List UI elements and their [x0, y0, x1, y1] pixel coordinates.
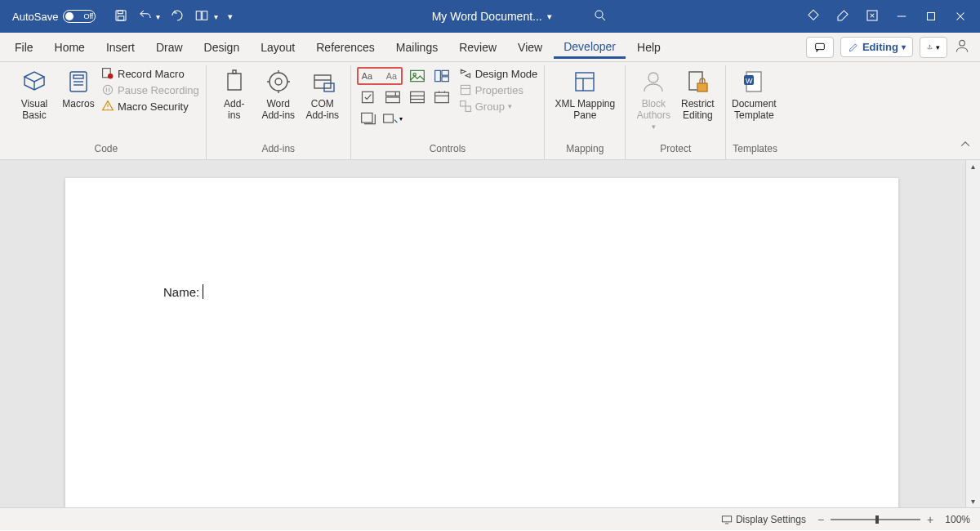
svg-rect-32 — [410, 70, 424, 81]
svg-rect-44 — [434, 92, 448, 103]
picture-control-icon[interactable] — [407, 67, 428, 85]
status-bar: Display Settings − + 100% — [0, 507, 980, 530]
com-addins-label: COM Add-ins — [305, 98, 339, 121]
maximize-button[interactable] — [924, 9, 938, 24]
svg-rect-27 — [314, 75, 331, 88]
tab-review[interactable]: Review — [449, 36, 506, 59]
group-code: Visual Basic Macros Record Macro Pause R… — [7, 65, 207, 159]
tab-mailings[interactable]: Mailings — [386, 36, 448, 59]
tab-draw[interactable]: Draw — [146, 36, 193, 59]
zoom-in-icon[interactable]: + — [927, 513, 933, 526]
page-view-icon[interactable] — [194, 8, 209, 25]
group-mapping: XML Mapping Pane Mapping — [545, 65, 626, 159]
minimize-button[interactable] — [894, 9, 909, 24]
tab-help[interactable]: Help — [627, 36, 670, 59]
date-picker-control-icon[interactable] — [431, 88, 452, 106]
brush-icon[interactable] — [835, 8, 850, 25]
checkbox-control-icon[interactable] — [358, 88, 379, 106]
addins-button[interactable]: Add- ins — [213, 65, 256, 124]
svg-rect-12 — [816, 43, 825, 49]
diamond-icon[interactable] — [806, 8, 821, 25]
autosave-toggle[interactable]: Off — [63, 10, 96, 23]
svg-rect-15 — [74, 75, 83, 78]
share-button[interactable]: ▾ — [920, 37, 947, 58]
document-title[interactable]: My Word Document... ▾ — [432, 10, 552, 23]
chevron-down-icon: ▾ — [547, 11, 552, 22]
macro-security-button[interactable]: Macro Security — [101, 100, 199, 113]
app-switch-icon[interactable] — [865, 8, 880, 25]
group-templates: W Document Template Templates — [726, 65, 784, 159]
svg-rect-53 — [466, 106, 470, 111]
tab-file[interactable]: File — [5, 36, 43, 59]
tab-references[interactable]: References — [306, 36, 385, 59]
title-bar: AutoSave Off ▾ ▾ ▾ My Word Document... ▾ — [0, 0, 980, 33]
display-settings-button[interactable]: Display Settings — [721, 514, 806, 525]
svg-rect-3 — [197, 11, 202, 20]
zoom-out-icon[interactable]: − — [817, 513, 824, 526]
xml-mapping-button[interactable]: XML Mapping Pane — [551, 65, 618, 124]
tab-view[interactable]: View — [508, 36, 552, 59]
svg-rect-50 — [461, 85, 470, 94]
block-authors-button[interactable]: Block Authors▾ — [632, 65, 675, 136]
undo-icon[interactable] — [138, 8, 153, 25]
svg-rect-41 — [410, 91, 424, 102]
zoom-level[interactable]: 100% — [945, 514, 970, 525]
name-field-label: Name: — [163, 285, 199, 299]
svg-point-24 — [108, 109, 109, 109]
visual-basic-button[interactable]: Visual Basic — [13, 65, 56, 124]
group-controls-label: Controls — [358, 141, 538, 158]
chevron-down-icon[interactable]: ▾ — [156, 12, 160, 21]
tab-insert[interactable]: Insert — [96, 36, 145, 59]
svg-rect-52 — [460, 101, 465, 106]
autosave-state: Off — [84, 12, 94, 20]
chevron-down-icon[interactable]: ▾ — [214, 12, 218, 21]
block-authors-label: Block Authors — [637, 98, 670, 121]
ribbon: Visual Basic Macros Record Macro Pause R… — [0, 62, 980, 160]
xml-mapping-label: XML Mapping Pane — [555, 98, 616, 121]
svg-point-26 — [275, 78, 282, 85]
search-icon[interactable] — [593, 8, 608, 25]
record-macro-button[interactable]: Record Macro — [101, 67, 199, 80]
tab-home[interactable]: Home — [45, 36, 95, 59]
repeating-section-control-icon[interactable] — [358, 109, 379, 127]
user-icon[interactable] — [954, 38, 970, 57]
zoom-slider[interactable]: − + — [817, 513, 933, 526]
save-icon[interactable] — [114, 8, 128, 25]
svg-rect-4 — [203, 11, 207, 20]
svg-text:W: W — [746, 77, 753, 85]
editing-mode-button[interactable]: Editing ▾ — [840, 37, 913, 57]
svg-point-13 — [960, 40, 965, 46]
scroll-up-icon[interactable]: ▴ — [971, 162, 975, 171]
document-template-button[interactable]: W Document Template — [733, 65, 775, 124]
redo-icon[interactable] — [170, 8, 185, 25]
group-controls: Aa Aa ▾ Design Mode Properties — [351, 65, 546, 159]
autosave-label: AutoSave — [12, 11, 58, 23]
group-addins: Add- ins Word Add-ins COM Add-ins Add-in… — [207, 65, 351, 159]
combobox-control-icon[interactable] — [382, 88, 403, 106]
vertical-scrollbar[interactable]: ▴ ▾ — [965, 160, 980, 507]
scroll-down-icon[interactable]: ▾ — [971, 497, 975, 506]
editing-label: Editing — [862, 41, 898, 53]
restrict-editing-button[interactable]: Restrict Editing — [676, 65, 719, 124]
page[interactable]: Name: — [65, 178, 898, 507]
group-protect: Block Authors▾ Restrict Editing Protect — [626, 65, 726, 159]
tab-layout[interactable]: Layout — [251, 36, 305, 59]
document-template-label: Document Template — [732, 98, 777, 121]
macros-button[interactable]: Macros — [57, 65, 100, 113]
comments-button[interactable] — [806, 37, 834, 58]
close-button[interactable] — [953, 9, 968, 24]
word-addins-button[interactable]: Word Add-ins — [257, 65, 300, 124]
svg-point-25 — [270, 73, 287, 91]
legacy-tools-icon[interactable]: ▾ — [382, 109, 403, 127]
building-block-control-icon[interactable] — [431, 67, 452, 85]
group-button-label: Group — [475, 100, 505, 113]
design-mode-label: Design Mode — [475, 68, 538, 80]
com-addins-button[interactable]: COM Add-ins — [301, 65, 344, 124]
visual-basic-label: Visual Basic — [21, 98, 47, 121]
design-mode-button[interactable]: Design Mode — [459, 67, 538, 80]
tab-design[interactable]: Design — [194, 36, 250, 59]
tab-developer[interactable]: Developer — [554, 35, 626, 59]
dropdown-control-icon[interactable] — [407, 88, 428, 106]
svg-rect-35 — [442, 70, 448, 75]
collapse-ribbon-icon[interactable] — [959, 138, 972, 154]
